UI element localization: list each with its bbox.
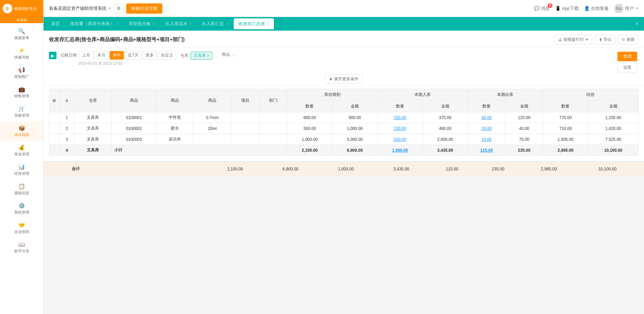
sidebar-item-newbie[interactable]: 📖 新手引导: [0, 238, 43, 257]
sidebar-item-basic[interactable]: 📋 基础信息: [0, 180, 43, 199]
row2-spec: 20ml: [194, 123, 231, 134]
sub-close-qty: 2,985.00: [543, 145, 588, 156]
filter-expand-arrow[interactable]: ▶: [49, 52, 56, 59]
sidebar-item-sales[interactable]: 💼 销售管理: [0, 83, 43, 102]
row2-dept: [259, 123, 287, 134]
row1-out-qty[interactable]: 80.00: [468, 112, 506, 123]
tab-batch-ledger[interactable]: 库存批次账 ×: [124, 18, 160, 29]
online-service-item[interactable]: 👤 在线客服: [584, 5, 609, 12]
sidebar-item-inventory[interactable]: 📦 库存核算: [0, 121, 43, 141]
print-button[interactable]: 🖨 按模版打印 ▼: [554, 35, 592, 45]
sub-open-qty: 2,100.00: [287, 145, 332, 156]
row3-in-qty[interactable]: 520.00: [377, 134, 423, 145]
row2-out-qty[interactable]: 20.00: [468, 123, 506, 134]
sidebar-item-marketing[interactable]: 📢 营销推广: [0, 63, 43, 83]
date-more[interactable]: 更多: [143, 51, 157, 60]
system-title: 装备及固定资产辅助管理系统: [49, 5, 106, 12]
sub-out-qty[interactable]: 115.00: [468, 145, 506, 156]
sidebar-item-purchase[interactable]: 🛒 采购管理: [0, 102, 43, 121]
tab-summary-close[interactable]: ×: [226, 22, 228, 26]
system-selector[interactable]: 装备及固定资产辅助管理系统 ▼: [49, 5, 111, 12]
date-7days[interactable]: 近7天: [125, 51, 142, 60]
date-custom[interactable]: 自定义: [158, 51, 176, 60]
sub-in-amt: 3,435.00: [423, 145, 468, 156]
tab-summary[interactable]: 出入库汇总 ×: [197, 18, 233, 29]
tab-batch-ledger-close[interactable]: ×: [153, 22, 155, 26]
total-in-qty: 1,000.00: [318, 165, 373, 172]
tab-flow-label: 出入库流水: [165, 21, 187, 27]
export-button[interactable]: ⬆ 导出: [595, 35, 615, 45]
product-more[interactable]: ...: [232, 52, 235, 57]
date-this-month[interactable]: 本月: [94, 51, 109, 60]
in-amt-header: 金额: [423, 101, 468, 112]
finance-icon: 💰: [18, 144, 25, 151]
row3-open-amt: 5,000.00: [332, 134, 378, 145]
sidebar-item-quicknav[interactable]: ⚡ 快捷导航: [0, 44, 43, 63]
close-amt-header: 金额: [588, 101, 639, 112]
sub-in-qty[interactable]: 1,000.00: [377, 145, 423, 156]
sidebar-label-finance: 资金管理: [14, 152, 29, 157]
user-item[interactable]: Ea 用户 ▼: [614, 4, 639, 13]
operation-icon: 📊: [18, 164, 25, 170]
query-button[interactable]: 查询: [617, 52, 637, 61]
sub-index: 4: [60, 145, 75, 156]
tab-inventory-dist-close[interactable]: ×: [116, 22, 118, 26]
trial-button[interactable]: 体验行业方案: [126, 3, 162, 14]
row2-warehouse: 文具库: [74, 123, 111, 134]
row1-in-amt: 375.00: [423, 112, 468, 123]
row3-out-qty[interactable]: 15.00: [468, 134, 506, 145]
sidebar-item-system[interactable]: ⚙️ 系统管理: [0, 199, 43, 218]
service-icon: 👤: [584, 6, 590, 11]
sidebar-item-search[interactable]: 🔍 搜索菜单: [0, 24, 43, 44]
print-arrow: ▼: [585, 38, 589, 42]
warehouse-more[interactable]: ...: [214, 53, 218, 58]
refresh-icon: ↻: [622, 37, 625, 42]
sidebar-menu: 🔍 搜索菜单 ⚡ 快捷导航 📢 营销推广 💼 销售管理 🛒 采购管理 📦 库存核…: [0, 23, 43, 314]
close-qty-header: 数量: [543, 101, 588, 112]
warehouse-remove[interactable]: ×: [207, 54, 209, 58]
row1-project: [231, 112, 259, 123]
row3-out-amt: 75.00: [505, 134, 543, 145]
message-item[interactable]: 💬 消息 6: [534, 5, 550, 12]
col-spec-header: 商品: [194, 89, 231, 112]
avatar: Ea: [614, 4, 624, 13]
tab-home-label: 首页: [51, 21, 60, 27]
tab-flow-close[interactable]: ×: [189, 22, 192, 26]
user-arrow: ▼: [635, 6, 639, 10]
col-settings-header[interactable]: ⚙: [49, 89, 60, 112]
sidebar-item-collab[interactable]: 🤝 企业协同: [0, 218, 43, 238]
settings-button[interactable]: ⚙: [114, 4, 123, 13]
sidebar-label-search: 搜索菜单: [14, 35, 29, 40]
date-label: 记账日期: [61, 52, 77, 58]
row2-project: [231, 123, 259, 134]
tab-flow[interactable]: 出入库流水 ×: [161, 18, 196, 29]
date-this-year[interactable]: 本年: [110, 51, 124, 60]
table-row: 2 文具库 0100002 胶水 20ml 500.00 1,000.00 23…: [49, 123, 639, 134]
date-last-month[interactable]: 上月: [79, 51, 93, 60]
logo-text: 畅捷通好生意: [14, 6, 37, 11]
refresh-button[interactable]: ↻ 刷新: [618, 35, 639, 45]
selector-arrow: ▼: [108, 6, 111, 10]
row2-close-amt: 1,420.00: [588, 123, 639, 134]
row2-in-qty[interactable]: 230.00: [377, 123, 423, 134]
warehouse-name: 文具库: [194, 53, 206, 59]
sub-open-amt: 6,900.00: [332, 145, 378, 156]
row1-name: 中性笔: [156, 112, 194, 123]
export-icon: ⬆: [599, 37, 602, 42]
row1-in-qty[interactable]: 250.00: [377, 112, 423, 123]
tab-inventory-dist[interactable]: 现存量（库存分布表） ×: [65, 18, 123, 29]
quicknav-icon: ⚡: [18, 47, 25, 54]
expand-conditions-button[interactable]: ▼ 展开更多条件: [325, 75, 363, 84]
tab-recv-summary-close[interactable]: ×: [267, 22, 269, 26]
tab-bar-close[interactable]: ×: [633, 21, 641, 27]
set-button[interactable]: 设置: [617, 63, 637, 72]
sidebar-label-marketing: 营销推广: [14, 74, 29, 79]
tab-recv-summary[interactable]: 收发存汇总表 ×: [234, 18, 274, 29]
print-label: 按模版打印: [563, 37, 584, 43]
app-download-item[interactable]: 📱 App下载: [555, 5, 579, 12]
sidebar-item-operation[interactable]: 📊 经营管理: [0, 160, 43, 180]
sidebar-item-finance[interactable]: 💰 资金管理: [0, 141, 43, 160]
tab-home[interactable]: 首页: [46, 18, 65, 29]
search-icon: 🔍: [18, 28, 25, 34]
warehouse-section: 仓库 文具库 × ...: [180, 52, 218, 60]
